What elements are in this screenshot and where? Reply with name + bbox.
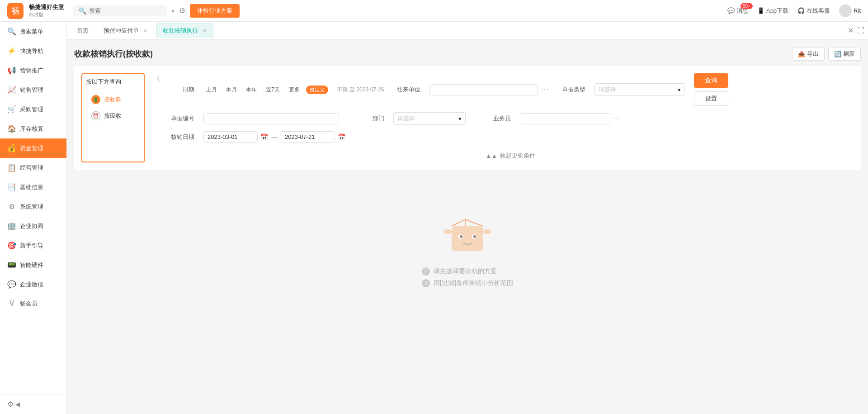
tab-prepay-close[interactable]: ✕ [143, 28, 147, 34]
staff-input[interactable] [520, 113, 610, 124]
sidebar-item-corp[interactable]: 🏢 企业协同 [0, 216, 66, 236]
sidebar-item-label: 搜索菜单 [20, 28, 43, 36]
search-input[interactable] [89, 7, 161, 14]
dropdown-arrow-icon[interactable]: ▾ [171, 7, 175, 14]
dept-select[interactable]: 请选择 ▾ [393, 112, 466, 125]
verify-end-calendar-icon[interactable]: 📅 [338, 133, 345, 141]
query-button[interactable]: 查询 [694, 73, 728, 88]
partner-label: 往来单位 [393, 86, 420, 94]
date-btn-custom[interactable]: 自定义 [306, 86, 328, 94]
by-receivable-label: 按应收 [104, 112, 122, 120]
sidebar-item-system[interactable]: ⚙ 系统管理 [0, 197, 66, 216]
doc-num-input[interactable] [203, 113, 339, 124]
dept-value: 请选择 [397, 114, 415, 123]
collapse-conditions-btn[interactable]: ▲▲ 收起更多条件 [167, 149, 854, 162]
service-label: 在线客服 [807, 7, 830, 15]
sidebar-item-basic[interactable]: 📑 基础信息 [0, 177, 66, 197]
tab-collection-label: 收款核销执行 [163, 27, 198, 35]
svg-point-4 [473, 235, 476, 238]
filter-option-by-receipt[interactable]: 💲 按收款 [86, 91, 140, 108]
sidebar-item-search-menu[interactable]: 🔍 搜索菜单 [0, 22, 66, 41]
partner-ellipsis[interactable]: ··· [541, 86, 549, 94]
online-service-item[interactable]: 🎧 在线客服 [797, 7, 830, 15]
quick-nav-icon: ⚡ [7, 47, 16, 55]
date-btn-last-month[interactable]: 上月 [203, 85, 220, 95]
dept-label: 部门 [357, 114, 384, 123]
svg-rect-0 [452, 226, 483, 251]
sidebar-item-member[interactable]: V 畅会员 [0, 294, 66, 313]
sidebar-item-sales[interactable]: 📈 销售管理 [0, 80, 66, 100]
staff-ellipsis[interactable]: ··· [613, 114, 622, 123]
collapse-sidebar-icon[interactable]: ◀ [15, 401, 20, 408]
sales-icon: 📈 [7, 86, 16, 94]
tab-collection-close[interactable]: ✕ [203, 28, 207, 33]
content-area: 首页 预付冲应付单 ✕ 收款核销执行 ✕ ✕ ⛶ 收款核销执行(按收款) 📤 [67, 22, 868, 414]
tab-collection[interactable]: 收款核销执行 ✕ [156, 24, 213, 38]
partner-input[interactable] [429, 84, 538, 95]
dept-chevron-icon: ▾ [458, 115, 462, 122]
empty-illustration [440, 206, 495, 260]
date-label: 日期 [167, 86, 194, 94]
collapse-conditions-label: 收起更多条件 [500, 152, 535, 160]
sidebar-item-quick-nav[interactable]: ⚡ 快捷导航 [0, 41, 66, 61]
sidebar-item-guide[interactable]: 🎯 新手引导 [0, 236, 66, 255]
date-btn-7days[interactable]: 近7天 [263, 85, 283, 95]
verify-date-label: 核销日期 [167, 133, 194, 141]
verify-date-end-input[interactable] [281, 131, 335, 143]
settings-bottom-icon[interactable]: ⚙ [7, 400, 14, 409]
sidebar-item-wechat[interactable]: 💬 企业微信 [0, 275, 66, 294]
setting-button[interactable]: 设置 [694, 91, 728, 106]
empty-tip-2: 2 用[过滤]条件来缩小分析范围 [422, 279, 513, 287]
system-icon: ⚙ [7, 202, 16, 211]
tip-num-1: 1 [422, 267, 430, 276]
filter-option-by-receivable[interactable]: ⏰ 按应收 [86, 108, 140, 124]
user-avatar-item[interactable]: Rit [839, 5, 861, 17]
gear-icon[interactable]: ⚙ [179, 6, 185, 15]
empty-state: 1 请先选择要分析的方案 2 用[过滤]条件来缩小分析范围 [74, 170, 861, 324]
finance-icon: 💰 [7, 144, 16, 152]
date-btn-this-month[interactable]: 本月 [223, 85, 240, 95]
top-bar-right: 💬 消息 99+ 📱 App下载 🎧 在线客服 Rit [727, 5, 861, 17]
headphone-icon: 🎧 [797, 7, 805, 14]
refresh-icon: 🔄 [834, 51, 841, 57]
empty-svg [440, 206, 495, 260]
industry-btn[interactable]: 体验行业方案 [190, 4, 240, 18]
filter-collapse-arrow[interactable]: 《 [154, 75, 160, 83]
sidebar-item-hardware[interactable]: 📟 智能硬件 [0, 255, 66, 275]
business-icon: 📋 [7, 163, 16, 172]
tab-bar-right: ✕ ⛶ [848, 26, 864, 35]
refresh-button[interactable]: 🔄 刷新 [828, 47, 861, 61]
sidebar-item-label: 畅会员 [20, 300, 38, 308]
export-button[interactable]: 📤 导出 [792, 47, 825, 61]
doc-type-select[interactable]: 请选择 ▾ [594, 83, 685, 96]
app-download-item[interactable]: 📱 App下载 [757, 7, 788, 15]
sidebar-item-business[interactable]: 📋 经营管理 [0, 158, 66, 177]
export-icon: 📤 [798, 51, 805, 57]
date-btn-this-year[interactable]: 本年 [243, 85, 259, 95]
message-badge: 99+ [741, 3, 753, 9]
page-header: 收款核销执行(按收款) 📤 导出 🔄 刷新 [74, 47, 861, 61]
filter-sidebar-title: 按以下方查询 [86, 78, 140, 86]
sidebar-item-finance[interactable]: 💰 资金管理 [0, 138, 66, 158]
sidebar-item-purchase[interactable]: 🛒 采购管理 [0, 100, 66, 119]
sidebar-item-label: 库存核算 [20, 125, 43, 133]
verify-start-calendar-icon[interactable]: 📅 [260, 133, 268, 141]
message-item[interactable]: 💬 消息 99+ [727, 7, 748, 15]
verify-date-start-input[interactable] [203, 131, 258, 143]
search-menu-icon: 🔍 [7, 27, 16, 36]
sidebar-item-marketing[interactable]: 📢 营销推广 [0, 61, 66, 80]
filter-sidebar: 按以下方查询 💲 按收款 ⏰ 按应收 [81, 73, 145, 162]
search-box[interactable]: 🔍 [73, 5, 167, 16]
tab-home[interactable]: 首页 [71, 24, 95, 38]
sidebar-item-label: 销售管理 [20, 86, 43, 94]
sidebar-item-inventory[interactable]: 🏠 库存核算 [0, 119, 66, 138]
maximize-icon[interactable]: ⛶ [857, 27, 864, 35]
sidebar-item-label: 营销推广 [20, 67, 43, 75]
tab-bar: 首页 预付冲应付单 ✕ 收款核销执行 ✕ ✕ ⛶ [67, 22, 868, 40]
close-window-icon[interactable]: ✕ [848, 26, 854, 35]
sidebar-item-label: 资金管理 [20, 144, 43, 152]
tab-prepay[interactable]: 预付冲应付单 ✕ [97, 24, 154, 38]
date-btn-more[interactable]: 更多 [286, 85, 302, 95]
app-logo: 畅 [7, 3, 24, 19]
sidebar-item-label: 系统管理 [20, 203, 43, 211]
